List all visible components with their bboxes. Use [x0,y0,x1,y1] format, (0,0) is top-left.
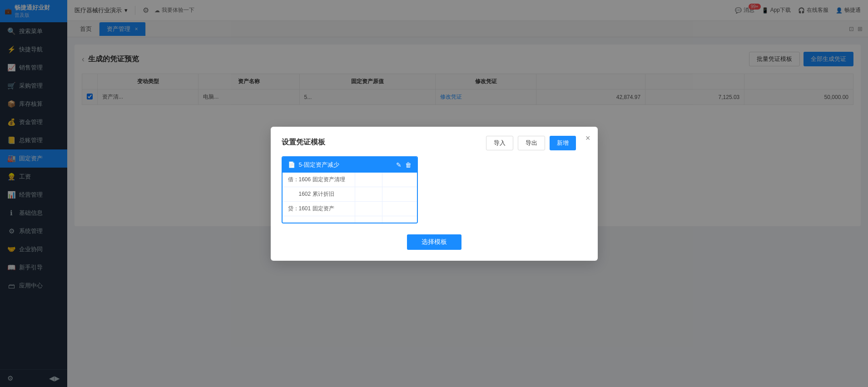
template-row-2-debit [355,187,382,201]
template-header-actions: ✎ 🗑 [396,161,412,169]
template-row-2-label: 1602 累计折旧 [283,187,355,201]
export-button[interactable]: 导出 [518,136,545,150]
template-row [283,216,417,223]
template-body: 借：1606 固定资产清理 1602 累计折旧 贷：1601 固定资产 [283,173,417,223]
template-row-4-credit [382,216,410,223]
template-row-3-credit [382,202,410,216]
template-row-1-credit [382,173,410,187]
template-row: 贷：1601 固定资产 [283,202,417,216]
new-template-button[interactable]: 新增 [550,136,576,150]
modal-action-buttons: 导入 导出 新增 [486,136,576,150]
template-row-1-label: 借：1606 固定资产清理 [283,173,355,187]
page-content: ‹ 生成的凭证预览 批量凭证模板 全部生成凭证 变动类型 资产名称 固定资产原值… [67,37,868,387]
select-template-button[interactable]: 选择模板 [407,234,461,250]
template-row-1-debit [355,173,382,187]
template-row: 1602 累计折旧 [283,187,417,202]
modal-close-button[interactable]: × [585,134,590,142]
template-settings-modal: 设置凭证模板 × 导入 导出 新增 📄 5-固定资产减少 ✎ 🗑 [271,127,598,261]
template-row-3-debit [355,202,382,216]
import-button[interactable]: 导入 [486,136,513,150]
template-row-4-label [283,216,355,223]
template-card-header: 📄 5-固定资产减少 ✎ 🗑 [283,157,417,173]
template-edit-icon[interactable]: ✎ [396,161,402,169]
template-card: 📄 5-固定资产减少 ✎ 🗑 借：1606 固定资产清理 [282,156,418,223]
template-row-2-credit [382,187,410,201]
template-name: 5-固定资产减少 [299,161,340,169]
modal-overlay: 设置凭证模板 × 导入 导出 新增 📄 5-固定资产减少 ✎ 🗑 [67,37,868,387]
template-row: 借：1606 固定资产清理 [283,173,417,187]
template-doc-icon: 📄 [288,161,295,168]
template-row-3-label: 贷：1601 固定资产 [283,202,355,216]
main-area: 医疗器械行业演示 ▾ ⚙ ☁ 我要体验一下 💬 消息 99+ 📱 App下载 🎧… [67,0,868,387]
template-delete-icon[interactable]: 🗑 [405,161,412,169]
template-row-4-debit [355,216,382,223]
